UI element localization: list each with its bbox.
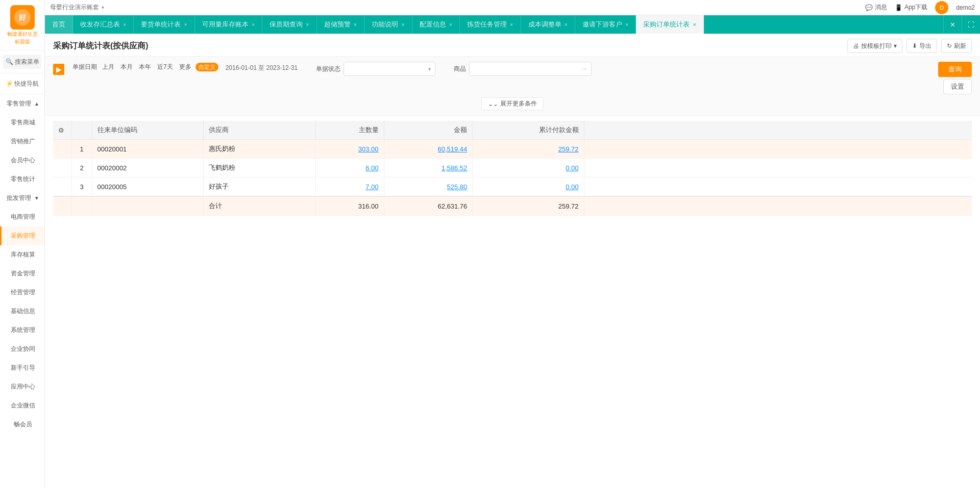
dropdown-arrow-icon: ▾ <box>428 66 431 72</box>
tab-receive-summary[interactable]: 收发存汇总表 × <box>73 15 134 34</box>
sidebar-item-basic-info[interactable]: 基础信息 <box>0 302 44 321</box>
tab-label: 拣货任务管理 <box>467 20 507 29</box>
tab-close-icon[interactable]: × <box>565 21 568 28</box>
goods-input[interactable]: ··· <box>469 62 592 76</box>
tab-fullscreen-button[interactable]: ⛶ <box>962 15 980 34</box>
paid-link[interactable]: 259.72 <box>558 145 579 153</box>
sidebar-item-app-center[interactable]: 应用中心 <box>0 377 44 396</box>
tab-close-icon[interactable]: × <box>123 21 126 28</box>
sidebar-item-marketing[interactable]: 营销推广 <box>0 132 44 151</box>
sidebar-item-member[interactable]: 会员中心 <box>0 151 44 170</box>
app-download-button[interactable]: 📱 App下载 <box>895 3 927 12</box>
settings-button[interactable]: 设置 <box>943 79 972 94</box>
row-index: 1 <box>71 140 92 159</box>
quantity-link[interactable]: 6.00 <box>365 164 378 172</box>
tab-close-icon[interactable]: × <box>184 21 187 28</box>
sidebar-item-label: 系统管理 <box>11 326 35 335</box>
sidebar-item-zero-stats[interactable]: 零售统计 <box>0 170 44 189</box>
sidebar-item-ecommerce[interactable]: 电商管理 <box>0 208 44 226</box>
tab-close-icon[interactable]: × <box>306 21 309 28</box>
custom-date-badge[interactable]: 自定义 <box>195 63 218 71</box>
shortcut-this-year[interactable]: 本年 <box>137 62 153 72</box>
shortcut-more[interactable]: 更多 <box>177 62 193 72</box>
tab-close-all-button[interactable]: ✕ <box>943 15 962 34</box>
row-settings[interactable] <box>53 159 71 177</box>
extra-cell <box>584 177 972 197</box>
quick-nav-button[interactable]: ⚡ 快捷导航 <box>0 75 44 92</box>
paid-link[interactable]: 0.00 <box>566 183 578 191</box>
sidebar: 好 畅捷通好生意 标题版 🔍 搜索菜单 ⚡ 快捷导航 零售管理 ▲ 零售商城 营… <box>0 0 45 488</box>
quantity: 6.00 <box>315 159 384 177</box>
row-settings[interactable] <box>53 140 71 159</box>
quantity-link[interactable]: 7.00 <box>365 183 378 191</box>
refresh-icon: ↻ <box>947 42 952 49</box>
sidebar-search-button[interactable]: 🔍 搜索菜单 <box>3 55 41 69</box>
sidebar-item-label: 零售管理 <box>7 99 31 108</box>
sidebar-item-guide[interactable]: 新手引导 <box>0 358 44 377</box>
row-settings[interactable] <box>53 177 71 197</box>
sidebar-item-zero-mall[interactable]: 零售商城 <box>0 113 44 132</box>
tab-close-icon[interactable]: × <box>625 21 628 28</box>
sidebar-item-label: 企业协同 <box>11 345 35 353</box>
company-dropdown-icon[interactable]: ▾ <box>102 5 104 10</box>
expand-more-button[interactable]: ⌄⌄ 展开更多条件 <box>481 97 544 110</box>
shortcut-this-month[interactable]: 本月 <box>118 62 135 72</box>
logo-text: 畅捷通好生意 <box>7 31 38 37</box>
tab-overstock-alert[interactable]: 超储预警 × <box>317 15 364 34</box>
tab-usable-inventory[interactable]: 可用量库存账本 × <box>195 15 262 34</box>
sidebar-item-label: 零售商城 <box>11 118 35 127</box>
tab-close-icon[interactable]: × <box>252 21 255 28</box>
logo-area: 好 畅捷通好生意 标题版 <box>0 0 44 50</box>
supplier-name: 好孩子 <box>203 177 315 197</box>
amount-link[interactable]: 525.80 <box>447 183 468 191</box>
tab-close-icon[interactable]: × <box>510 21 513 28</box>
export-label: 导出 <box>919 42 932 50</box>
query-button[interactable]: 查询 <box>938 62 972 77</box>
footer-settings <box>53 196 71 216</box>
goods-filter: 商品 ··· <box>454 62 592 76</box>
shortcut-last-month[interactable]: 上月 <box>100 62 116 72</box>
tab-home[interactable]: 首页 <box>45 15 73 34</box>
amount-link[interactable]: 1,586.52 <box>442 164 468 172</box>
sidebar-item-purchase[interactable]: 采购管理 <box>0 226 44 245</box>
tab-requisition-stats[interactable]: 要货单统计表 × <box>134 15 194 34</box>
sidebar-item-enterprise[interactable]: 企业协同 <box>0 340 44 358</box>
sidebar-item-member2[interactable]: 畅会员 <box>0 415 44 434</box>
filter-action-buttons: 查询 设置 <box>938 62 972 94</box>
tab-function-desc[interactable]: 功能说明 × <box>364 15 412 34</box>
avatar[interactable]: D <box>935 1 948 14</box>
amount: 525.80 <box>384 177 473 197</box>
tab-close-icon[interactable]: × <box>354 21 357 28</box>
tab-shelf-life[interactable]: 保质期查询 × <box>262 15 316 34</box>
tab-close-icon[interactable]: × <box>693 21 696 28</box>
tab-config-info[interactable]: 配置信息 × <box>412 15 460 34</box>
th-extra <box>584 121 972 140</box>
status-select[interactable]: ▾ <box>344 62 435 76</box>
sidebar-item-wholesale[interactable]: 批发管理 ▼ <box>0 189 44 208</box>
sidebar-item-finance[interactable]: 资金管理 <box>0 264 44 283</box>
footer-code <box>92 196 203 216</box>
sidebar-item-wechat[interactable]: 企业微信 <box>0 396 44 415</box>
tab-cost-adjust[interactable]: 成本调整单 × <box>521 15 575 34</box>
sidebar-item-system[interactable]: 系统管理 <box>0 321 44 340</box>
paid-link[interactable]: 0.00 <box>566 164 578 172</box>
tab-pick-task[interactable]: 拣货任务管理 × <box>460 15 521 34</box>
tab-purchase-stats[interactable]: 采购订单统计表 × <box>636 15 703 34</box>
quantity-link[interactable]: 303.00 <box>358 145 379 153</box>
print-button[interactable]: 🖨 按模板打印 ▾ <box>847 39 902 53</box>
refresh-button[interactable]: ↻ 刷新 <box>941 39 972 53</box>
amount-link[interactable]: 60,519.44 <box>437 145 467 153</box>
filter-expand-arrow[interactable]: ▶ <box>53 64 64 75</box>
table-header: ⚙ 往来单位编码 供应商 主数量 金额 累计付款金额 <box>53 121 972 140</box>
tab-label: 可用量库存账本 <box>202 20 249 29</box>
export-button[interactable]: ⬇ 导出 <box>906 39 937 53</box>
sidebar-item-operation[interactable]: 经营管理 <box>0 283 44 302</box>
tab-close-icon[interactable]: × <box>401 21 404 28</box>
sidebar-item-inventory[interactable]: 库存核算 <box>0 245 44 264</box>
quantity: 7.00 <box>315 177 384 197</box>
message-button[interactable]: 💬 消息 <box>865 3 887 12</box>
tab-invite-downstream[interactable]: 邀请下游客户 × <box>575 15 636 34</box>
tab-close-icon[interactable]: × <box>449 21 452 28</box>
shortcut-7days[interactable]: 近7天 <box>155 62 175 72</box>
sidebar-item-zero-retail[interactable]: 零售管理 ▲ <box>0 94 44 113</box>
